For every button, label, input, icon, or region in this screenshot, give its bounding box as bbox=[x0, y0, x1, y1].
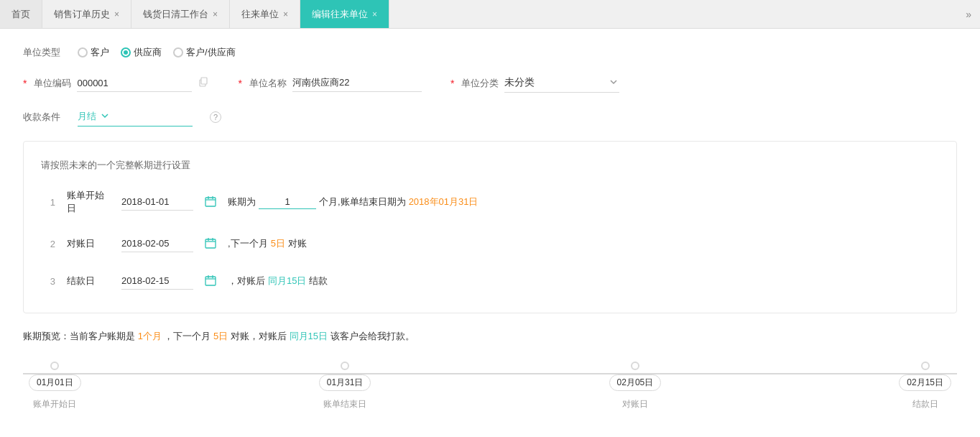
svg-rect-10 bbox=[205, 277, 216, 285]
payment-terms-help-icon[interactable]: ? bbox=[210, 111, 221, 123]
tab-close-partner-units[interactable]: × bbox=[283, 9, 288, 19]
timeline-point-1: 01月01日 账单开始日 bbox=[29, 362, 81, 410]
tab-edit-partner-unit-label: 编辑往来单位 bbox=[312, 8, 368, 21]
setting-row-3: 3 结款日 ，对账后 同月15日 结款 bbox=[41, 272, 939, 290]
tab-close-sales-order-history[interactable]: × bbox=[114, 9, 119, 19]
unit-code-group: * 单位编码 bbox=[23, 75, 209, 92]
row-1-calendar-icon[interactable] bbox=[205, 196, 216, 209]
settings-panel: 请按照未来的一个完整帐期进行设置 1 账单开始日 账期为 个月,账单结束日期为 … bbox=[23, 141, 957, 313]
payment-terms-chevron-icon bbox=[99, 110, 111, 123]
preview-part3: 对账，对账后 bbox=[231, 331, 287, 341]
unit-type-label: 单位类型 bbox=[23, 46, 60, 59]
unit-code-copy-icon[interactable] bbox=[198, 76, 209, 90]
timeline-badge-1: 01月01日 bbox=[29, 374, 81, 391]
row-3-date-input[interactable] bbox=[121, 272, 193, 290]
row-2-desc: ,下一个月 5日 对账 bbox=[228, 237, 307, 250]
tab-close-cash-ledger[interactable]: × bbox=[213, 9, 218, 19]
tab-cash-ledger-label: 钱货日清工作台 bbox=[143, 8, 208, 21]
expand-icon: » bbox=[966, 9, 971, 20]
row-1-desc: 账期为 个月,账单结束日期为 2018年01月31日 bbox=[228, 195, 478, 209]
row-2-calendar-icon[interactable] bbox=[205, 237, 216, 251]
unit-category-chevron-icon bbox=[608, 76, 619, 89]
payment-terms-select[interactable]: 月结 bbox=[78, 107, 193, 126]
unit-info-row: * 单位编码 * 单位名称 * 单位分类 未分类 bbox=[23, 73, 957, 93]
tab-sales-order-history[interactable]: 销售订单历史 × bbox=[42, 0, 131, 28]
payment-terms-value: 月结 bbox=[78, 110, 96, 123]
timeline-sublabel-2: 账单结束日 bbox=[323, 398, 366, 410]
preview-reconcile-day: 5日 bbox=[213, 331, 228, 341]
row-3-num: 3 bbox=[41, 276, 55, 287]
help-icon-symbol: ? bbox=[213, 113, 218, 121]
radio-both[interactable]: 客户/供应商 bbox=[173, 46, 236, 59]
tab-cash-ledger[interactable]: 钱货日清工作台 × bbox=[131, 0, 230, 28]
payment-terms-row: 收款条件 月结 ? bbox=[23, 107, 957, 126]
row-2-num: 2 bbox=[41, 239, 55, 249]
preview-payment-day: 同月15日 bbox=[290, 331, 328, 341]
row-3-field-label: 结款日 bbox=[67, 275, 110, 288]
unit-category-value: 未分类 bbox=[504, 76, 605, 89]
timeline-dot-3 bbox=[631, 362, 639, 370]
radio-supplier-label: 供应商 bbox=[134, 46, 162, 59]
unit-category-group: * 单位分类 未分类 bbox=[450, 73, 619, 93]
tab-sales-order-history-label: 销售订单历史 bbox=[54, 8, 110, 21]
timeline-point-3: 02月05日 对账日 bbox=[609, 362, 662, 410]
row-2-desc-prefix: ,下一个月 bbox=[228, 237, 268, 250]
tab-edit-partner-unit[interactable]: 编辑往来单位 × bbox=[300, 0, 389, 28]
timeline: 01月01日 账单开始日 01月31日 账单结束日 02月05日 对账日 02月… bbox=[23, 362, 957, 410]
preview-part2: ，下一个月 bbox=[164, 331, 211, 341]
timeline-badge-4: 02月15日 bbox=[899, 374, 951, 391]
timeline-point-2: 01月31日 账单结束日 bbox=[319, 362, 371, 410]
radio-customer[interactable]: 客户 bbox=[78, 46, 109, 59]
radio-supplier-circle bbox=[121, 47, 131, 58]
row-1-period-input[interactable] bbox=[259, 195, 316, 209]
svg-rect-2 bbox=[205, 198, 216, 206]
tab-expand-button[interactable]: » bbox=[957, 0, 980, 28]
unit-name-input[interactable] bbox=[292, 75, 422, 92]
payment-terms-label: 收款条件 bbox=[23, 111, 60, 124]
row-2-day-highlight: 5日 bbox=[271, 237, 285, 250]
row-2-field-label: 对账日 bbox=[67, 237, 110, 250]
row-2-date-input[interactable] bbox=[121, 235, 193, 252]
tab-home-label: 首页 bbox=[11, 8, 30, 21]
timeline-point-4: 02月15日 结款日 bbox=[899, 362, 951, 410]
row-1-desc-suffix: 个月,账单结束日期为 bbox=[319, 196, 406, 208]
unit-code-star: * bbox=[23, 78, 27, 89]
row-1-field-label: 账单开始日 bbox=[67, 189, 110, 215]
panel-title: 请按照未来的一个完整帐期进行设置 bbox=[41, 159, 939, 172]
radio-customer-label: 客户 bbox=[91, 46, 109, 59]
row-3-day-highlight: 同月15日 bbox=[268, 275, 306, 288]
timeline-sublabel-4: 结款日 bbox=[912, 398, 938, 410]
tab-partner-units[interactable]: 往来单位 × bbox=[230, 0, 300, 28]
unit-name-star: * bbox=[238, 78, 241, 89]
timeline-dot-1 bbox=[50, 362, 59, 370]
svg-rect-6 bbox=[205, 239, 216, 248]
unit-name-group: * 单位名称 bbox=[238, 75, 421, 92]
timeline-badge-2: 01月31日 bbox=[319, 374, 371, 391]
radio-supplier[interactable]: 供应商 bbox=[121, 46, 162, 59]
radio-customer-circle bbox=[78, 47, 88, 58]
unit-type-radio-group: 客户 供应商 客户/供应商 bbox=[78, 46, 236, 59]
timeline-points: 01月01日 账单开始日 01月31日 账单结束日 02月05日 对账日 02月… bbox=[23, 362, 957, 410]
unit-code-input-wrap bbox=[77, 75, 209, 92]
timeline-badge-3: 02月05日 bbox=[609, 374, 662, 391]
unit-category-star: * bbox=[450, 78, 454, 89]
tab-home[interactable]: 首页 bbox=[0, 0, 42, 28]
svg-rect-1 bbox=[201, 78, 207, 84]
unit-name-label: 单位名称 bbox=[249, 77, 287, 90]
row-2-desc-suffix: 对账 bbox=[288, 237, 307, 250]
row-3-calendar-icon[interactable] bbox=[205, 275, 216, 288]
timeline-dot-4 bbox=[921, 362, 930, 370]
unit-code-input[interactable] bbox=[77, 75, 192, 92]
row-3-desc: ，对账后 同月15日 结款 bbox=[228, 275, 328, 288]
setting-rows: 1 账单开始日 账期为 个月,账单结束日期为 2018年01月31日 2 对账日 bbox=[41, 189, 939, 290]
timeline-sublabel-1: 账单开始日 bbox=[33, 398, 76, 410]
preview-part4: 该客户会给我打款。 bbox=[330, 331, 415, 341]
page-content: 单位类型 客户 供应商 客户/供应商 * 单位编码 bbox=[0, 29, 980, 437]
preview-text: 账期预览：当前客户账期是 1个月 ，下一个月 5日 对账，对账后 同月15日 该… bbox=[23, 328, 957, 344]
row-1-date-input[interactable] bbox=[121, 193, 193, 211]
tab-close-edit-partner-unit[interactable]: × bbox=[372, 9, 377, 19]
unit-type-row: 单位类型 客户 供应商 客户/供应商 bbox=[23, 46, 957, 59]
preview-period: 1个月 bbox=[138, 331, 162, 341]
unit-category-select[interactable]: 未分类 bbox=[504, 73, 619, 93]
unit-category-label: 单位分类 bbox=[461, 77, 499, 90]
